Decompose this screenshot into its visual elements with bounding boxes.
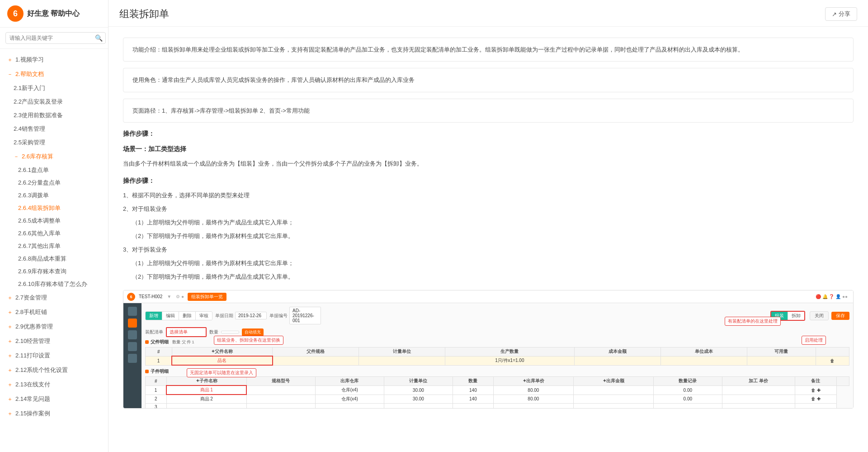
sidebar-item-label: 2.12系统个性化设置: [15, 366, 68, 374]
mock-no-input[interactable]: AD-20191226-001: [289, 307, 321, 324]
step-title: 操作步骤：: [123, 177, 854, 185]
sidebar-item-2-6-4[interactable]: 2.6.4组装拆卸单: [0, 202, 108, 214]
logo-area: 6 好生意 帮助中心: [0, 0, 108, 28]
mock-app-icons: 🔴 🔔 ❓ 👤 ●●: [816, 294, 848, 299]
mock-lower-table: # ✦子件名称 规格型号 出库仓库 计量单位 数量 ✦出库单价 ✦出库金额 数量: [145, 376, 849, 408]
mock-app: 6 TEST-H002 ▼ ⚙ ● 组装拆卸单一览 🔴 🔔 ❓ 👤 ●●: [123, 290, 853, 408]
sidebar-item-2-6-9[interactable]: 2.6.9库存账本查询: [0, 265, 108, 278]
sidebar-item-label: 2.11打印设置: [15, 352, 50, 360]
app-name: 好生意 帮助中心: [27, 9, 80, 19]
mock-seg-edit[interactable]: 编辑: [162, 312, 179, 320]
mock-nav-2: [128, 319, 137, 328]
sidebar-item-label: 2.14常见问题: [15, 395, 50, 403]
logo-icon: 6: [7, 5, 24, 22]
sidebar-item-sales[interactable]: 2.4销售管理: [0, 122, 108, 136]
path-block: 页面路径：1、库存核算->库存管理->组装拆卸单 2、首页->常用功能: [123, 99, 854, 123]
plus-icon-2: ＋: [7, 294, 13, 302]
sidebar-item-2-6-10[interactable]: 2.6.10库存账本错了怎么办: [0, 278, 108, 290]
role-block: 使用角色：通常由生产人员或库管人员完成拆装业务的操作，库管人员确认原材料的出库和…: [123, 68, 854, 92]
mock-left-nav: [123, 303, 142, 408]
mock-close-btn[interactable]: 关闭: [810, 311, 829, 320]
sidebar-item-finance[interactable]: ＋ 2.7资金管理: [0, 290, 108, 305]
steps: 1、根据不同的业务，选择不同单据的类型来处理 2、对于组装业务 （1）上部明细为…: [123, 190, 854, 283]
annotation-4: 无固定清单可以随意在这里录入: [187, 368, 256, 377]
sidebar-item-data-prep[interactable]: 2.3使用前数据准备: [0, 109, 108, 122]
sidebar-nav: ＋ 1.视频学习 － 2.帮助文档 2.1新手入门 2.2产品安装及登录 2.3…: [0, 49, 108, 452]
sidebar-item-2-6-5[interactable]: 2.6.5成本调整单: [0, 214, 108, 227]
plus-icon-10: ＋: [7, 410, 13, 418]
content-area: 功能介绍：组装拆卸单用来处理企业组装或拆卸等加工业务，支持有固定装配清单的产品加…: [108, 27, 868, 452]
sidebar-item-faq[interactable]: ＋ 2.14常见问题: [0, 392, 108, 406]
mock-field-date: 单据日期 2019-12-26: [215, 312, 267, 319]
sidebar-item-cases[interactable]: ＋ 2.15操作案例: [0, 406, 108, 421]
sidebar-item-custom[interactable]: ＋ 2.12系统个性化设置: [0, 363, 108, 377]
search-button[interactable]: 🔍: [95, 34, 103, 42]
sidebar-item-inventory[interactable]: － 2.6库存核算: [0, 149, 108, 164]
sidebar-item-label: 2.15操作案例: [15, 409, 50, 418]
mock-bom-label: 装配清单: [145, 329, 163, 335]
mock-date-input[interactable]: 2019-12-26: [235, 312, 267, 319]
role-text: 使用角色：通常由生产人员或库管人员完成拆装业务的操作，库管人员确认原材料的出库和…: [132, 76, 415, 83]
mock-qty-label: 数量: [209, 329, 218, 335]
sidebar-item-pay[interactable]: ＋ 2.13在线支付: [0, 377, 108, 392]
mock-seg-delete[interactable]: 删除: [179, 312, 196, 320]
screenshot-inner: 6 TEST-H002 ▼ ⚙ ● 组装拆卸单一览 🔴 🔔 ❓ 👤 ●●: [123, 290, 853, 408]
sidebar-item-label: 2.10经营管理: [15, 337, 50, 345]
annotation-1: 有装配清单的在这里处理: [725, 317, 781, 326]
sidebar-item-label: 2.帮助文档: [15, 70, 44, 78]
mock-nav-4: [128, 342, 137, 351]
annotation-3: 启用处理: [802, 336, 826, 345]
search-input[interactable]: [5, 32, 106, 44]
mock-dot: [145, 340, 149, 344]
sidebar-item-install[interactable]: 2.2产品安装及登录: [0, 95, 108, 109]
mock-fill-btn[interactable]: 自动填充: [242, 328, 264, 336]
sidebar-item-mobile[interactable]: ＋ 2.8手机旺铺: [0, 305, 108, 319]
share-button[interactable]: ↗ 分享: [825, 7, 857, 21]
mock-seg-audit[interactable]: 审核: [196, 312, 212, 320]
sidebar-item-purchase[interactable]: 2.5采购管理: [0, 136, 108, 149]
sidebar-item-print[interactable]: ＋ 2.11打印设置: [0, 348, 108, 363]
mock-main-content: 新增 编辑 删除 审核 单据日期 2019-12-26: [123, 303, 853, 408]
mock-disassembly-item[interactable]: 拆卸: [788, 312, 804, 320]
annotation-2: 组装业务、拆卸业务在这里切换: [214, 336, 283, 345]
mock-save-btn[interactable]: 保存: [831, 312, 849, 320]
sidebar-item-2-6-7[interactable]: 2.6.7其他出库单: [0, 240, 108, 252]
plus-icon-6: ＋: [7, 352, 13, 360]
mock-bar-test: TEST-H002: [139, 294, 162, 299]
table-row: 2 商品 2 仓库(x4) 30.00 140 80.00 0.00: [146, 395, 849, 404]
sidebar-item-video[interactable]: ＋ 1.视频学习: [0, 52, 108, 67]
sidebar-item-coupon[interactable]: ＋ 2.9优惠券管理: [0, 319, 108, 334]
plus-icon-7: ＋: [7, 366, 13, 374]
mock-seg-type: 新增 编辑 删除 审核: [145, 311, 212, 320]
mock-bar-btn[interactable]: 组装拆卸单一览: [188, 293, 226, 301]
mock-qty-input[interactable]: [221, 331, 239, 333]
mock-seg-new[interactable]: 新增: [146, 312, 162, 320]
scene-title: 场景一：加工类型选择: [123, 145, 854, 153]
mock-nav-3: [128, 330, 137, 339]
mock-bom-select[interactable]: 选择清单: [166, 327, 207, 337]
mock-top-bar: 6 TEST-H002 ▼ ⚙ ● 组装拆卸单一览 🔴 🔔 ❓ 👤 ●●: [123, 290, 853, 303]
sidebar: 6 好生意 帮助中心 🔍 ＋ 1.视频学习 － 2.帮助文档 2.1新手入门 2…: [0, 0, 108, 452]
share-icon: ↗: [832, 11, 837, 18]
table-row: 3: [146, 404, 849, 409]
sidebar-item-docs[interactable]: － 2.帮助文档: [0, 67, 108, 81]
page-title: 组装拆卸单: [119, 7, 169, 21]
mock-nav-5: [128, 354, 137, 363]
plus-icon-8: ＋: [7, 381, 13, 389]
intro-text: 功能介绍：组装拆卸单用来处理企业组装或拆卸等加工业务，支持有固定装配清单的产品加…: [132, 46, 744, 53]
sidebar-item-2-6-3[interactable]: 2.6.3调拨单: [0, 189, 108, 202]
sidebar-item-2-6-2[interactable]: 2.6.2分量盘点单: [0, 176, 108, 189]
main-content: 组装拆卸单 ↗ 分享 功能介绍：组装拆卸单用来处理企业组装或拆卸等加工业务，支持…: [108, 0, 868, 452]
sidebar-item-manage[interactable]: ＋ 2.10经营管理: [0, 334, 108, 348]
sidebar-item-2-6-1[interactable]: 2.6.1盘点单: [0, 164, 108, 176]
mock-dot2: [145, 370, 149, 373]
screenshot-container: 6 TEST-H002 ▼ ⚙ ● 组装拆卸单一览 🔴 🔔 ❓ 👤 ●●: [123, 290, 854, 409]
mock-form-area: 新增 编辑 删除 审核 单据日期 2019-12-26: [142, 303, 853, 408]
path-text: 页面路径：1、库存核算->库存管理->组装拆卸单 2、首页->常用功能: [132, 107, 310, 114]
scene-desc: 当由多个子件材料组装成一个成品的业务为【组装】业务，当由一个父件拆分成多个子产品…: [123, 158, 854, 170]
sidebar-item-2-6-6[interactable]: 2.6.6其他入库单: [0, 227, 108, 240]
sidebar-item-2-6-8[interactable]: 2.6.8商品成本重算: [0, 252, 108, 265]
sidebar-item-newbie[interactable]: 2.1新手入门: [0, 81, 108, 95]
mock-nav-1: [128, 307, 137, 316]
sidebar-item-label: 1.视频学习: [15, 56, 44, 64]
